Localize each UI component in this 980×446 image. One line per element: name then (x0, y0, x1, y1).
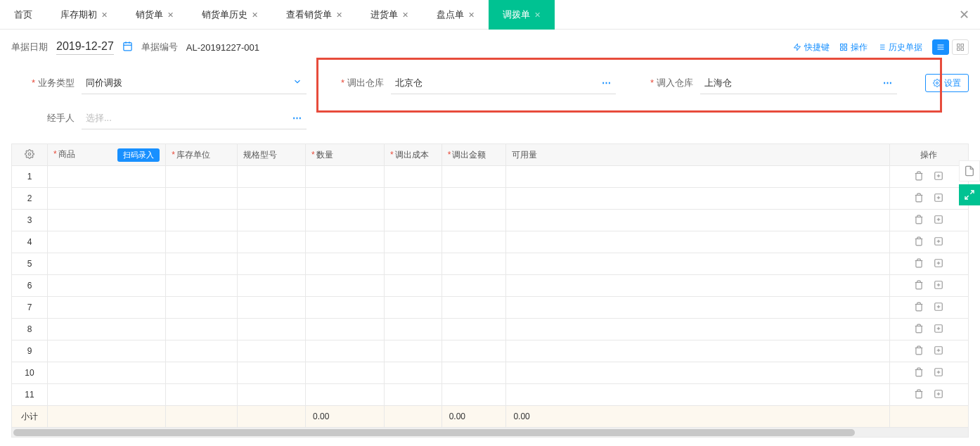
cell-avail[interactable] (506, 362, 889, 384)
add-row-icon[interactable] (934, 171, 943, 183)
cell-product[interactable] (47, 362, 165, 384)
more-icon[interactable]: ⋯ (292, 113, 302, 123)
tab-home[interactable]: 首页 (0, 0, 46, 30)
settings-button[interactable]: 设置 (925, 74, 969, 92)
cell-qty[interactable] (305, 210, 384, 231)
close-icon[interactable]: ✕ (402, 0, 408, 30)
cell-cost[interactable] (385, 297, 442, 319)
cell-product[interactable] (47, 384, 165, 406)
add-row-icon[interactable] (934, 236, 943, 248)
cell-unit[interactable] (166, 384, 238, 406)
in-warehouse-input[interactable]: 上海仓 ⋯ (700, 72, 897, 94)
cell-qty[interactable] (305, 253, 384, 275)
table-row[interactable]: 3 (12, 210, 969, 231)
cell-unit[interactable] (166, 253, 238, 275)
cell-avail[interactable] (506, 231, 889, 253)
view-list-button[interactable] (932, 39, 949, 55)
cell-unit[interactable] (166, 210, 238, 231)
cell-cost[interactable] (385, 340, 442, 362)
table-row[interactable]: 8 (12, 319, 969, 340)
cell-amount[interactable] (441, 297, 506, 319)
cell-amount[interactable] (441, 275, 506, 297)
out-warehouse-input[interactable]: 北京仓 ⋯ (391, 72, 616, 94)
table-row[interactable]: 7 (12, 297, 969, 319)
cell-amount[interactable] (441, 166, 506, 188)
close-icon[interactable]: ✕ (252, 0, 258, 30)
table-row[interactable]: 11 (12, 384, 969, 406)
delete-row-icon[interactable] (914, 236, 924, 248)
biz-type-input[interactable]: 同价调拨 (82, 72, 307, 94)
cell-qty[interactable] (305, 188, 384, 210)
table-row[interactable]: 6 (12, 275, 969, 297)
cell-avail[interactable] (506, 210, 889, 231)
cell-unit[interactable] (166, 319, 238, 340)
cell-amount[interactable] (441, 340, 506, 362)
cell-spec[interactable] (238, 166, 306, 188)
table-row[interactable]: 2 (12, 188, 969, 210)
side-fullscreen-icon[interactable] (959, 184, 980, 205)
table-row[interactable]: 10 (12, 362, 969, 384)
cell-spec[interactable] (238, 231, 306, 253)
delete-row-icon[interactable] (914, 345, 924, 357)
history-link[interactable]: 历史单据 (877, 42, 922, 53)
cell-unit[interactable] (166, 340, 238, 362)
add-row-icon[interactable] (934, 367, 943, 379)
cell-amount[interactable] (441, 319, 506, 340)
cell-avail[interactable] (506, 166, 889, 188)
operation-link[interactable]: 操作 (839, 42, 868, 53)
delete-row-icon[interactable] (914, 171, 924, 183)
close-icon[interactable]: ✕ (101, 0, 108, 30)
add-row-icon[interactable] (934, 193, 943, 205)
cell-amount[interactable] (441, 253, 506, 275)
scrollbar-thumb[interactable] (13, 429, 855, 436)
cell-spec[interactable] (238, 253, 306, 275)
cell-product[interactable] (47, 275, 165, 297)
cell-avail[interactable] (506, 253, 889, 275)
more-icon[interactable]: ⋯ (883, 77, 893, 88)
cell-spec[interactable] (238, 210, 306, 231)
cell-amount[interactable] (441, 188, 506, 210)
tab-sales[interactable]: 销货单✕ (122, 0, 188, 30)
cell-amount[interactable] (441, 362, 506, 384)
delete-row-icon[interactable] (914, 193, 924, 205)
cell-unit[interactable] (166, 362, 238, 384)
delete-row-icon[interactable] (914, 302, 924, 314)
table-row[interactable]: 1 (12, 166, 969, 188)
add-row-icon[interactable] (934, 280, 943, 292)
add-row-icon[interactable] (934, 215, 943, 227)
cell-product[interactable] (47, 253, 165, 275)
table-row[interactable]: 9 (12, 340, 969, 362)
side-note-icon[interactable] (959, 160, 980, 181)
cell-cost[interactable] (385, 319, 442, 340)
cell-unit[interactable] (166, 275, 238, 297)
add-row-icon[interactable] (934, 389, 943, 401)
delete-row-icon[interactable] (914, 389, 924, 401)
tab-sales-history[interactable]: 销货单历史✕ (188, 0, 272, 30)
cell-spec[interactable] (238, 340, 306, 362)
close-icon[interactable]: ✕ (336, 0, 342, 30)
add-row-icon[interactable] (934, 324, 943, 336)
handler-input[interactable]: 选择... ⋯ (82, 107, 307, 129)
cell-cost[interactable] (385, 384, 442, 406)
horizontal-scrollbar[interactable] (11, 428, 969, 438)
cell-product[interactable] (47, 166, 165, 188)
cell-spec[interactable] (238, 384, 306, 406)
cell-cost[interactable] (385, 166, 442, 188)
tab-stock-init[interactable]: 库存期初✕ (46, 0, 122, 30)
cell-avail[interactable] (506, 275, 889, 297)
cell-product[interactable] (47, 231, 165, 253)
delete-row-icon[interactable] (914, 215, 924, 227)
cell-spec[interactable] (238, 362, 306, 384)
cell-avail[interactable] (506, 384, 889, 406)
more-icon[interactable]: ⋯ (602, 77, 612, 88)
close-icon[interactable]: ✕ (468, 0, 475, 30)
cell-qty[interactable] (305, 297, 384, 319)
tab-transfer[interactable]: 调拨单✕ (489, 0, 555, 30)
cell-cost[interactable] (385, 188, 442, 210)
scan-badge[interactable]: 扫码录入 (117, 148, 160, 162)
delete-row-icon[interactable] (914, 367, 924, 379)
add-row-icon[interactable] (934, 302, 943, 314)
cell-amount[interactable] (441, 384, 506, 406)
cell-avail[interactable] (506, 340, 889, 362)
tab-view-sales[interactable]: 查看销货单✕ (272, 0, 356, 30)
